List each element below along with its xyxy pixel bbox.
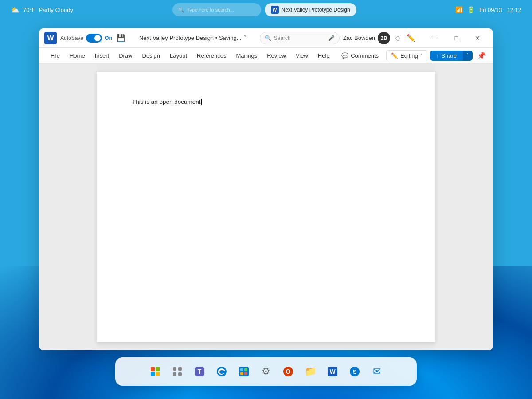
active-app-name: Next Valley Prototype Design [282,7,350,13]
window-controls: — □ ✕ [425,31,488,45]
taskbar-explorer-button[interactable]: 📁 [300,361,321,382]
weather-widget[interactable]: ⛅ 70°F Partly Cloudy [11,6,73,14]
comments-button[interactable]: 💬 Comments [336,50,383,61]
doc-name-pill[interactable]: Next Valley Prototype Design • Saving...… [135,33,251,43]
editing-button[interactable]: ✏️ Editing ˅ [386,50,427,61]
menu-references[interactable]: References [192,51,231,61]
autosave-area: AutoSave On [60,34,112,43]
taskbar-office-button[interactable]: O [278,361,298,382]
taskbar-mail-button[interactable]: ✉ [367,361,387,382]
minimize-button[interactable]: — [425,31,445,45]
editing-label: Editing [400,52,418,59]
taskbar: T ⚙ O [115,357,417,386]
svg-rect-5 [178,367,182,371]
svg-text:S: S [353,368,357,375]
menu-home[interactable]: Home [65,51,90,61]
menu-mailings[interactable]: Mailings [232,51,262,61]
battery-icon: 🔋 [467,6,475,13]
pin-icon: 📌 [477,51,486,60]
share-dropdown-chevron: ˅ [466,52,469,58]
menu-layout[interactable]: Layout [165,51,192,61]
svg-rect-3 [156,372,160,376]
user-initials: ZB [381,35,387,41]
svg-rect-14 [240,372,243,375]
svg-rect-7 [178,372,182,376]
word-logo: W [44,32,57,44]
weather-condition: Partly Cloudy [39,7,73,13]
svg-rect-13 [244,368,247,371]
taskbar-search[interactable]: 🔍 Type here to search... [172,3,261,16]
document-page[interactable]: This is an open document [97,72,435,342]
taskbar-settings-button[interactable]: ⚙ [256,361,276,382]
menu-review[interactable]: Review [262,51,290,61]
share-label: Share [441,52,457,59]
system-bar-center: 🔍 Type here to search... W Next Valley P… [73,3,455,16]
svg-rect-1 [156,367,160,371]
menu-file[interactable]: File [46,51,64,61]
menu-design[interactable]: Design [138,51,164,61]
autosave-toggle[interactable] [86,34,102,43]
user-name: Zac Bowden [343,35,375,41]
taskbar-skype-button[interactable]: S [344,361,365,382]
share-group: ↑ Share ˅ [430,51,473,61]
system-bar: ⛅ 70°F Partly Cloudy 🔍 Type here to sear… [0,0,532,20]
taskbar-start-button[interactable] [145,361,165,382]
comment-icon: 💬 [341,52,348,59]
doc-name-text: Next Valley Prototype Design • Saving... [139,35,241,41]
time: 12:12 [507,7,521,13]
weather-icon: ⛅ [11,6,20,14]
title-bar: W AutoSave On 💾 Next Valley Prototype De… [39,28,493,48]
taskbar-edge-button[interactable] [211,361,232,382]
wifi-icon: 📶 [455,6,463,13]
svg-text:T: T [198,368,202,375]
temperature: 70°F [23,7,35,13]
word-window: W AutoSave On 💾 Next Valley Prototype De… [39,28,493,350]
close-button[interactable]: ✕ [467,31,488,45]
user-avatar: ZB [378,32,390,44]
editing-chevron-icon: ˅ [420,53,422,58]
title-search-box[interactable]: 🔍 Search 🎤 [260,32,340,44]
menu-insert[interactable]: Insert [90,51,114,61]
svg-rect-15 [244,372,247,375]
svg-text:W: W [329,368,336,375]
title-search-icon: 🔍 [265,35,271,41]
date-time[interactable]: Fri 09/13 12:12 [479,7,521,13]
svg-rect-0 [151,367,155,371]
share-upload-icon: ↑ [436,52,439,59]
svg-text:O: O [286,368,291,375]
active-app-logo: W [271,6,279,14]
doc-name-area: Next Valley Prototype Design • Saving...… [130,33,256,43]
diamond-icon: ◇ [395,34,400,42]
title-search-placeholder: Search [274,35,291,41]
search-placeholder: Type here to search... [187,7,234,12]
system-tray: 📶 🔋 Fri 09/13 12:12 [455,6,521,13]
share-dropdown-button[interactable]: ˅ [463,51,473,61]
save-icon: 💾 [117,34,125,42]
menu-bar-right: 💬 Comments ✏️ Editing ˅ ↑ Share ˅ [336,50,486,61]
menu-view[interactable]: View [291,51,313,61]
taskbar-word-button[interactable]: W [322,361,343,382]
document-area: This is an open document [39,64,493,350]
share-button[interactable]: ↑ Share [430,51,463,61]
comments-label: Comments [351,52,379,59]
menu-bar: File Home Insert Draw Design Layout Refe… [39,48,493,64]
date: Fri 09/13 [479,7,502,13]
autosave-on-label: On [105,35,112,41]
menu-draw[interactable]: Draw [114,51,137,61]
title-mic-icon: 🎤 [328,35,335,41]
desktop: ⛅ 70°F Partly Cloudy 🔍 Type here to sear… [0,0,532,399]
taskbar-widgets-button[interactable] [167,361,188,382]
document-content[interactable]: This is an open document [97,72,435,132]
title-pen-icon: ✏️ [407,34,415,42]
menu-help[interactable]: Help [313,51,334,61]
taskbar-teams-button[interactable]: T [189,361,210,382]
autosave-label: AutoSave [60,35,83,41]
doc-sidebar-right [435,64,493,350]
active-app-pill[interactable]: W Next Valley Prototype Design [265,3,356,16]
maximize-button[interactable]: □ [446,31,466,45]
doc-name-chevron: ˅ [244,35,246,41]
user-area[interactable]: Zac Bowden ZB [343,32,390,44]
taskbar-store-button[interactable] [234,361,254,382]
text-cursor [201,99,202,105]
document-text: This is an open document [132,98,201,105]
